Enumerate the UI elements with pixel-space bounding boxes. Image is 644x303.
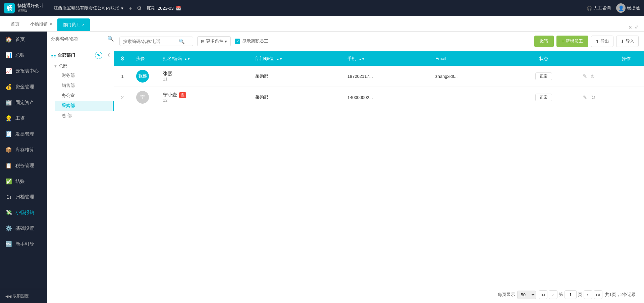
content-area: 🔍 ⚏ 全部部门 ✎ 《 ▼ 总部 财务部 销售部	[47, 32, 644, 303]
headset-icon: 🎧	[587, 6, 592, 11]
sort-dept-icon: ▲▼	[276, 58, 282, 61]
consult-button[interactable]: 🎧 人工咨询	[587, 5, 611, 11]
search-icon[interactable]: 🔍	[179, 39, 184, 44]
page-input[interactable]	[565, 290, 577, 299]
pagination: 每页显示 50 20 100 ⏮ ‹ 第 页 › ⏭ 共1页，2条记录	[114, 286, 644, 303]
nav-reports[interactable]: 📈 云报表中心	[0, 63, 47, 79]
row-name: 张熙 11	[158, 66, 250, 87]
add-employee-button[interactable]: + 新增员工	[556, 36, 588, 47]
nav-guide[interactable]: 🆕 新手引导	[0, 236, 47, 252]
tab-expense-close[interactable]: ×	[50, 22, 52, 27]
ledger-icon: 📊	[5, 52, 12, 58]
col-phone[interactable]: 手机 ▲▼	[342, 51, 430, 66]
col-dept[interactable]: 部门/职位 ▲▼	[250, 51, 342, 66]
nav-tax[interactable]: 📋 税务管理	[0, 158, 47, 173]
dept-sub-tree: ▼ 总部 财务部 销售部 办公室 采购部 总 部	[47, 62, 114, 121]
resigned-checkbox[interactable]: ✓	[235, 39, 240, 44]
row-dept: 采购部	[250, 87, 342, 108]
window-controls: × ⤢	[628, 24, 639, 31]
nav-settings[interactable]: ⚙️ 基础设置	[0, 220, 47, 236]
next-page-button[interactable]: ›	[584, 290, 592, 299]
row-status: 正常	[510, 87, 577, 108]
tab-employee-close[interactable]: ×	[82, 22, 85, 27]
per-page-select[interactable]: 50 20 100	[517, 291, 536, 299]
dept-item-finance[interactable]: 财务部	[55, 70, 114, 81]
col-name[interactable]: 姓名/编码 ▲▼	[158, 51, 250, 66]
dept-search-area: 🔍	[47, 32, 114, 46]
dept-search-icon[interactable]: 🔍	[107, 36, 114, 42]
dept-panel: 🔍 ⚏ 全部部门 ✎ 《 ▼ 总部 财务部 销售部	[47, 32, 114, 303]
import-button[interactable]: ⬇ 导入	[616, 36, 639, 47]
edit-icon[interactable]: ✎	[583, 94, 587, 101]
user-area[interactable]: 👤 畅捷通	[616, 3, 640, 13]
dept-item-purchase[interactable]: 采购部	[55, 101, 114, 111]
table-row: 1 张熙 张熙 11	[114, 66, 644, 87]
tax-icon: 📋	[5, 162, 12, 169]
nav-invoice[interactable]: 🧾 发票管理	[0, 126, 47, 142]
col-status: 状态	[510, 51, 577, 66]
import-icon: ⬇	[621, 39, 624, 44]
dept-search-input[interactable]	[51, 36, 107, 41]
nav-funds[interactable]: 💰 资金管理	[0, 79, 47, 95]
expand-icon[interactable]: ⤢	[635, 24, 639, 31]
inventory-icon: 📦	[5, 147, 12, 153]
row-avatar: 宁	[131, 87, 158, 108]
nav-archive[interactable]: 🗂 归档管理	[0, 189, 47, 205]
edit-icon[interactable]: ✎	[583, 73, 587, 80]
cancel-fixed-button[interactable]: ◀◀ 取消固定	[0, 289, 47, 303]
employee-panel: 🔍 ⊟ 更多条件 ▾ ✓ 显示离职员工 邀请 + 新增员工 ⬆ 导出	[114, 32, 644, 303]
tab-expense[interactable]: 小畅报销 ×	[25, 18, 57, 31]
col-actions: 操作	[577, 51, 644, 66]
tab-employee[interactable]: 部门员工 ×	[57, 18, 90, 31]
all-dept-header[interactable]: ⚏ 全部部门 ✎ 《	[47, 49, 114, 62]
row-email: zhangxidf...	[430, 66, 510, 87]
nav-ledger[interactable]: 📊 总账	[0, 47, 47, 63]
add-icon[interactable]: ＋	[127, 4, 133, 12]
pin-icon: ◀◀	[5, 294, 11, 299]
dept-item-sales[interactable]: 销售部	[55, 81, 114, 91]
tab-home[interactable]: 首页	[5, 18, 25, 31]
expand-triangle-icon: ▼	[54, 64, 57, 68]
col-settings[interactable]: ⚙	[114, 51, 131, 66]
close-icon[interactable]: ×	[628, 24, 632, 31]
dept-collapse-button[interactable]: 《	[106, 53, 110, 58]
assets-icon: 🏢	[5, 99, 12, 106]
calendar-icon[interactable]: 📅	[176, 6, 181, 11]
avatar-icon: 👤	[616, 3, 626, 13]
prev-page-button[interactable]: ‹	[549, 290, 557, 299]
nav-checkout[interactable]: ✅ 结账	[0, 173, 47, 189]
col-avatar: 头像	[131, 51, 158, 66]
grid-icon: ⚏	[51, 52, 56, 59]
nav-inventory[interactable]: 📦 库存核算	[0, 142, 47, 158]
settings-icon[interactable]: ⚙	[137, 5, 142, 11]
last-page-button[interactable]: ⏭	[594, 290, 602, 299]
dept-edit-button[interactable]: ✎	[95, 52, 102, 59]
show-resigned-toggle[interactable]: ✓ 显示离职员工	[235, 38, 268, 44]
logout-icon[interactable]: ⎋	[591, 73, 594, 79]
company-selector[interactable]: 江西服宝精品有限责任公司内账张 ▾	[54, 5, 123, 11]
logo-icon: 畅	[4, 3, 15, 13]
export-button[interactable]: ⬆ 导出	[591, 36, 613, 47]
home-icon: 🏠	[5, 36, 12, 43]
avatar: 张熙	[136, 70, 149, 83]
invite-button[interactable]: 邀请	[534, 36, 554, 47]
sort-phone-icon: ▲▼	[359, 58, 365, 61]
first-page-button[interactable]: ⏮	[539, 290, 547, 299]
row-dept: 采购部	[250, 66, 342, 87]
refresh-icon[interactable]: ↻	[591, 94, 595, 101]
top-header: 畅 畅捷通好会计 旗舰版 江西服宝精品有限责任公司内账张 ▾ ＋ ⚙ 账期 20…	[0, 0, 644, 16]
dept-item-office[interactable]: 办公室	[55, 91, 114, 101]
reports-icon: 📈	[5, 68, 12, 74]
logo-area: 畅 畅捷通好会计 旗舰版	[4, 3, 51, 13]
employee-search-input[interactable]	[123, 39, 177, 44]
employee-table-container: ⚙ 头像 姓名/编码 ▲▼ 部门/职位 ▲▼	[114, 51, 644, 286]
filter-button[interactable]: ⊟ 更多条件 ▾	[197, 36, 231, 46]
nav-home[interactable]: 🏠 首页	[0, 32, 47, 47]
invoice-icon: 🧾	[5, 131, 12, 137]
nav-salary[interactable]: 👷 工资	[0, 110, 47, 126]
nav-expense-report[interactable]: 💸 小畅报销	[0, 205, 47, 220]
dept-item-general[interactable]: 总 部	[55, 111, 114, 121]
main-layout: 🏠 首页 📊 总账 📈 云报表中心 💰 资金管理 🏢 固定资产 👷 工资 🧾 发…	[0, 32, 644, 303]
header-right: 🎧 人工咨询 👤 畅捷通	[587, 3, 640, 13]
nav-assets[interactable]: 🏢 固定资产	[0, 95, 47, 110]
